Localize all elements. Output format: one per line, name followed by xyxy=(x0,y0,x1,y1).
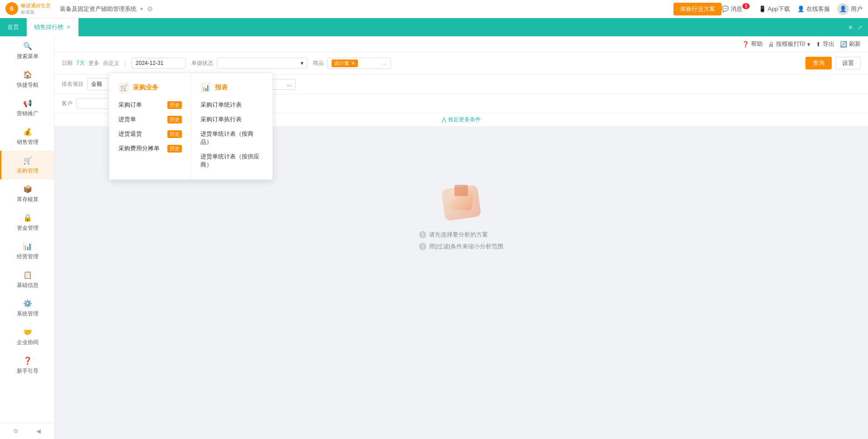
dropdown-report-icon: 📊 xyxy=(200,82,211,93)
dropdown-item-po-exec[interactable]: 采购订单执行表 xyxy=(191,112,273,127)
stock-stats-supplier-label: 进货单统计表（按供应商） xyxy=(200,153,264,169)
dropdown-menu: 🛒 采购业务 采购订单 历史 进货单 历史 进货退货 历史 采购费用分摊单 xyxy=(109,73,273,180)
inventory-icon: 📦 xyxy=(23,184,33,194)
dropdown-col-purchase: 🛒 采购业务 采购订单 历史 进货单 历史 进货退货 历史 采购费用分摊单 xyxy=(109,73,191,179)
message-label: 消息 xyxy=(731,5,742,13)
sidebar-item-operations[interactable]: 📊 经营管理 xyxy=(0,237,54,265)
dropdown-item-stock-in[interactable]: 进货单 历史 xyxy=(109,112,191,127)
tab-bar-right: ✕ ⤢ xyxy=(848,18,868,36)
sidebar-item-inventory-label: 库存核算 xyxy=(17,196,39,203)
gear-icon[interactable]: ⚙ xyxy=(147,5,153,13)
sidebar-item-operations-label: 经营管理 xyxy=(17,253,39,261)
sidebar-item-sales[interactable]: 💰 销售管理 xyxy=(0,122,54,151)
dropdown-item-stock-stats-goods[interactable]: 进货单统计表（按商品） xyxy=(191,127,273,149)
message-badge: 9 xyxy=(742,3,750,9)
message-button[interactable]: 💬 消息 9 xyxy=(722,5,751,13)
sidebar: 🔍 搜索菜单 🏠 快捷导航 📢 营销推广 💰 销售管理 🛒 采购管理 📦 库存核… xyxy=(0,36,54,439)
enterprise-icon: 🤝 xyxy=(23,327,33,337)
online-service-button[interactable]: 👤 在线客服 xyxy=(797,5,830,13)
system-title-text: 装备及固定资产辅助管理系统 xyxy=(60,5,137,13)
sidebar-item-quick-nav[interactable]: 🏠 快捷导航 xyxy=(0,65,54,94)
dropdown-purchase-icon: 🛒 xyxy=(118,82,129,93)
sidebar-item-finance-label: 资金管理 xyxy=(17,224,39,232)
basic-icon: 📋 xyxy=(23,270,33,280)
tab-close-window-icon[interactable]: ✕ xyxy=(848,24,853,31)
dropdown-report-title: 报表 xyxy=(215,84,228,92)
sidebar-item-search-label: 搜索菜单 xyxy=(17,53,39,60)
sidebar-item-system-label: 系统管理 xyxy=(17,310,39,318)
tab-maximize-icon[interactable]: ⤢ xyxy=(858,24,863,31)
po-exec-label: 采购订单执行表 xyxy=(200,115,242,123)
tab-sales-rank[interactable]: 销售排行榜 ✕ xyxy=(27,18,78,36)
dropdown-item-stock-return[interactable]: 进货退货 历史 xyxy=(109,127,191,141)
sidebar-item-purchase-label: 采购管理 xyxy=(17,167,39,175)
dropdown-item-po-stats[interactable]: 采购订单统计表 xyxy=(191,98,273,112)
sidebar-item-system[interactable]: ⚙️ 系统管理 xyxy=(0,294,54,322)
stock-return-history-badge: 历史 xyxy=(167,130,182,138)
chevron-down-icon[interactable]: ▾ xyxy=(140,5,143,12)
stock-return-label: 进货退货 xyxy=(118,130,142,138)
sidebar-item-finance[interactable]: 🔒 资金管理 xyxy=(0,208,54,237)
sales-icon: 💰 xyxy=(23,127,33,137)
finance-icon: 🔒 xyxy=(23,212,33,222)
tab-bar: 首页 销售排行榜 ✕ ✕ ⤢ xyxy=(0,18,868,36)
operations-icon: 📊 xyxy=(23,241,33,251)
stock-in-label: 进货单 xyxy=(118,115,136,123)
dropdown-col-report: 📊 报表 采购订单统计表 采购订单执行表 进货单统计表（按商品） 进货单统计表（… xyxy=(191,73,273,179)
sidebar-item-marketing[interactable]: 📢 营销推广 xyxy=(0,94,54,122)
phone-icon: 📱 xyxy=(759,5,766,12)
main-layout: 🔍 搜索菜单 🏠 快捷导航 📢 营销推广 💰 销售管理 🛒 采购管理 📦 库存核… xyxy=(0,36,868,439)
po-stats-label: 采购订单统计表 xyxy=(200,101,242,109)
dropdown-purchase-header: 🛒 采购业务 xyxy=(109,80,191,98)
dropdown-report-header: 📊 报表 xyxy=(191,80,273,98)
dropdown-item-purchase-order[interactable]: 采购订单 历史 xyxy=(109,98,191,112)
settings-bottom-icon[interactable]: ⚙ xyxy=(13,428,19,434)
sidebar-item-guide-label: 新手引导 xyxy=(17,367,39,375)
tab-home[interactable]: 首页 xyxy=(0,18,27,36)
tab-home-label: 首页 xyxy=(7,23,19,31)
user-menu[interactable]: 👤 用户 xyxy=(837,3,863,15)
headset-icon: 👤 xyxy=(797,5,805,12)
logo-icon: 6 xyxy=(5,2,18,15)
user-label: 用户 xyxy=(851,5,863,13)
dropdown-purchase-title: 采购业务 xyxy=(133,84,158,92)
trial-button[interactable]: 体验行业方案 xyxy=(673,3,722,15)
sidebar-bottom: ⚙ ◀ xyxy=(0,423,54,439)
sidebar-item-basic-label: 基础信息 xyxy=(17,281,39,289)
stock-in-history-badge: 历史 xyxy=(167,116,182,123)
message-icon: 💬 xyxy=(722,5,729,12)
purchase-fee-history-badge: 历史 xyxy=(167,145,182,153)
tab-sales-rank-label: 销售排行榜 xyxy=(34,23,63,31)
purchase-icon: 🛒 xyxy=(23,155,33,165)
logo-sub: 标准版 xyxy=(21,9,51,15)
avatar: 👤 xyxy=(837,3,849,15)
marketing-icon: 📢 xyxy=(23,98,33,108)
app-download-button[interactable]: 📱 App下载 xyxy=(759,5,790,13)
search-icon: 🔍 xyxy=(23,41,33,51)
app-download-label: App下载 xyxy=(768,5,790,13)
header-right: 💬 消息 9 📱 App下载 👤 在线客服 👤 用户 xyxy=(722,3,863,15)
dropdown-item-stock-stats-supplier[interactable]: 进货单统计表（按供应商） xyxy=(191,149,273,172)
sidebar-item-enterprise[interactable]: 🤝 企业协同 xyxy=(0,322,54,351)
sidebar-item-guide[interactable]: ❓ 新手引导 xyxy=(0,351,54,380)
guide-icon: ❓ xyxy=(23,355,33,365)
dropdown-item-purchase-fee[interactable]: 采购费用分摊单 历史 xyxy=(109,141,191,156)
collapse-sidebar-icon[interactable]: ◀ xyxy=(36,428,41,434)
sidebar-item-search[interactable]: 🔍 搜索菜单 xyxy=(0,36,54,65)
purchase-fee-label: 采购费用分摊单 xyxy=(118,144,160,153)
stock-stats-goods-label: 进货单统计表（按商品） xyxy=(200,130,264,146)
logo-area: 6 畅捷通好生意 标准版 xyxy=(5,2,60,15)
purchase-order-label: 采购订单 xyxy=(118,101,142,109)
sidebar-item-enterprise-label: 企业协同 xyxy=(17,339,39,346)
tab-close-icon[interactable]: ✕ xyxy=(66,24,71,30)
home-icon: 🏠 xyxy=(23,69,33,79)
content-area: ❓ 帮助 🖨 按模板打印 ▾ ⬆ 导出 🔄 刷新 日期 7天 更多 xyxy=(54,36,868,439)
top-header: 6 畅捷通好生意 标准版 装备及固定资产辅助管理系统 ▾ ⚙ 体验行业方案 💬 … xyxy=(0,0,868,18)
system-title-area: 装备及固定资产辅助管理系统 ▾ ⚙ xyxy=(60,5,673,13)
purchase-order-history-badge: 历史 xyxy=(167,101,182,109)
sidebar-item-marketing-label: 营销推广 xyxy=(17,110,39,118)
sidebar-item-inventory[interactable]: 📦 库存核算 xyxy=(0,179,54,208)
sidebar-item-basic[interactable]: 📋 基础信息 xyxy=(0,265,54,294)
system-icon: ⚙️ xyxy=(23,298,33,308)
sidebar-item-purchase[interactable]: 🛒 采购管理 xyxy=(0,151,54,179)
